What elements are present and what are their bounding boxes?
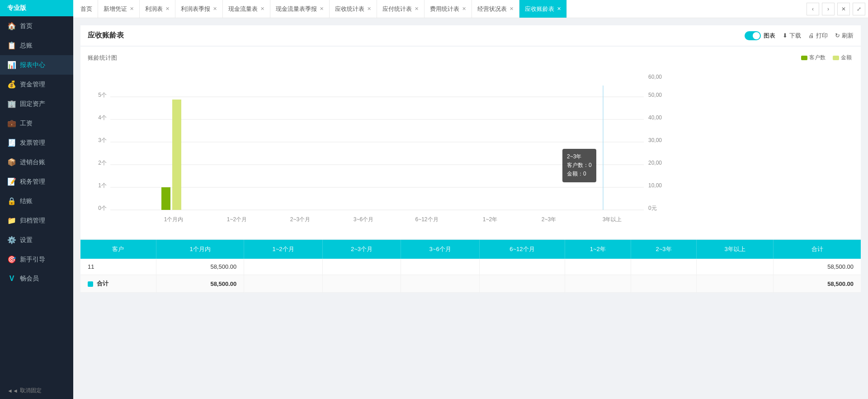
tab-profit[interactable]: 利润表 ✕ [140,0,175,18]
tab-nav-next[interactable]: › [822,3,835,15]
chart-toggle[interactable]: 图表 [745,31,775,40]
tab-receivable-stat[interactable]: 应收统计表 ✕ [330,0,377,18]
cell-year12 [565,259,631,275]
tab-voucher-close[interactable]: ✕ [130,6,134,12]
col-customer: 客户 [80,240,156,259]
tab-receivable-aging-close[interactable]: ✕ [557,6,561,12]
tab-profit-quarter-close[interactable]: ✕ [213,6,217,12]
tab-nav-prev[interactable]: ‹ [807,3,819,15]
tab-expense-stat-close[interactable]: ✕ [462,6,466,12]
tab-biz-status-label: 经营状况表 [477,5,507,13]
svg-text:20,000.00元: 20,000.00元 [648,160,662,166]
tab-receivable-stat-close[interactable]: ✕ [367,6,371,12]
sidebar-item-label: 资金管理 [20,81,45,89]
sidebar-item-invoice[interactable]: 🧾 发票管理 [0,133,73,152]
tab-cashflow-quarter[interactable]: 现金流量表季报 ✕ [270,0,330,18]
sidebar-item-label: 发票管理 [20,139,45,147]
sidebar-item-settings[interactable]: ⚙️ 设置 [0,230,73,250]
svg-text:0个: 0个 [98,205,107,211]
sidebar-item-label: 归档管理 [20,217,45,225]
tab-cashflow-quarter-label: 现金流量表季报 [276,5,317,13]
svg-text:2~3个月: 2~3个月 [290,216,310,223]
svg-text:1~2个月: 1~2个月 [227,216,247,223]
tab-profit-close[interactable]: ✕ [165,6,170,12]
svg-text:5个: 5个 [98,92,107,98]
sidebar-pin-toggle[interactable]: ◄◄ 取消固定 [0,382,73,399]
sidebar-item-label: 进销台账 [20,158,45,166]
sidebar-item-member[interactable]: V 畅会员 [0,269,73,288]
col-total: 合计 [774,240,861,259]
col-month12: 1~2个月 [244,240,323,259]
tab-receivable-aging[interactable]: 应收账龄表 ✕ [519,0,567,18]
print-button[interactable]: 🖨 打印 [808,32,828,40]
sidebar-item-assets[interactable]: 🏢 固定资产 [0,94,73,114]
sidebar-item-home[interactable]: 🏠 首页 [0,16,73,36]
col-month23: 2~3个月 [322,240,401,259]
sidebar-item-reports[interactable]: 📊 报表中心 [0,55,73,75]
total-year23 [631,275,697,293]
refresh-label: 刷新 [842,32,854,40]
cell-month1: 58,500.00 [156,259,244,275]
chart-title: 账龄统计图 [88,54,854,62]
tab-receivable-stat-label: 应收统计表 [335,5,364,13]
cell-year23 [631,259,697,275]
svg-text:2个: 2个 [98,160,107,166]
chart-svg: 0个 1个 2个 3个 4个 5个 0元 10,000.00元 20,000.0… [88,67,662,230]
tab-biz-status-close[interactable]: ✕ [509,6,514,12]
tab-expense-stat[interactable]: 费用统计表 ✕ [425,0,472,18]
table-header-row: 客户 1个月内 1~2个月 2~3个月 3~6个月 6~12个月 1~2年 2~… [80,240,861,259]
svg-text:6~12个月: 6~12个月 [415,216,438,223]
svg-text:60,000.00元: 60,000.00元 [648,74,662,80]
closing-icon: 🔒 [7,197,16,205]
tab-voucher[interactable]: 新增凭证 ✕ [98,0,140,18]
total-icon [88,281,93,287]
table-total-row: 合计 58,500.00 58,500.00 [80,275,861,293]
tab-receivable-aging-label: 应收账龄表 [525,5,554,13]
svg-text:4个: 4个 [98,114,107,121]
tab-bar: 首页 新增凭证 ✕ 利润表 ✕ 利润表季报 ✕ 现金流量表 ✕ 现金流量表季报 … [73,0,868,18]
download-button[interactable]: ⬇ 下载 [783,32,801,40]
sidebar-item-tax[interactable]: 📝 税务管理 [0,172,73,191]
tab-cashflow-quarter-close[interactable]: ✕ [320,6,324,12]
sidebar-item-label: 畅会员 [20,275,39,283]
tab-payable-stat[interactable]: 应付统计表 ✕ [377,0,425,18]
total-total: 58,500.00 [774,275,861,293]
tab-home[interactable]: 首页 [75,0,98,18]
data-table: 客户 1个月内 1~2个月 2~3个月 3~6个月 6~12个月 1~2年 2~… [80,240,861,293]
svg-text:1个月内: 1个月内 [164,216,184,223]
reports-icon: 📊 [7,61,16,69]
total-month612 [479,275,565,293]
sidebar-item-ledger[interactable]: 📋 总账 [0,36,73,55]
tab-cashflow-close[interactable]: ✕ [260,6,264,12]
tab-payable-stat-close[interactable]: ✕ [415,6,419,12]
cell-month612 [479,259,565,275]
main-content: 首页 新增凭证 ✕ 利润表 ✕ 利润表季报 ✕ 现金流量表 ✕ 现金流量表季报 … [73,0,868,399]
chart-toggle-switch[interactable] [745,31,761,40]
archive-icon: 📁 [7,216,16,225]
tab-biz-status[interactable]: 经营状况表 ✕ [472,0,519,18]
refresh-button[interactable]: ↻ 刷新 [835,32,854,40]
sidebar-item-salary[interactable]: 💼 工资 [0,114,73,133]
page-actions: 图表 ⬇ 下载 🖨 打印 ↻ 刷新 [745,31,854,40]
sidebar-item-label: 报表中心 [20,61,45,69]
tab-profit-quarter[interactable]: 利润表季报 ✕ [175,0,223,18]
sidebar-item-funds[interactable]: 💰 资金管理 [0,75,73,94]
tab-voucher-label: 新增凭证 [104,5,127,13]
assets-icon: 🏢 [7,100,16,108]
tab-profit-label: 利润表 [145,5,163,13]
col-year12: 1~2年 [565,240,631,259]
sidebar-item-guide[interactable]: 🎯 新手引导 [0,250,73,269]
tab-cashflow[interactable]: 现金流量表 ✕ [223,0,270,18]
tab-maximize[interactable]: ⤢ [853,3,865,15]
tab-close-all[interactable]: ✕ [837,3,850,15]
chart-legend: 客户数 金额 [801,54,852,62]
guide-icon: 🎯 [7,255,16,264]
svg-text:3年以上: 3年以上 [603,216,622,223]
sidebar-item-closing[interactable]: 🔒 结账 [0,191,73,211]
svg-text:2~3年: 2~3年 [542,216,556,223]
sidebar-item-purchase[interactable]: 📦 进销台账 [0,152,73,172]
download-label: 下载 [789,32,801,40]
legend-customer-color [801,56,807,60]
total-month36 [401,275,480,293]
sidebar-item-archive[interactable]: 📁 归档管理 [0,211,73,230]
